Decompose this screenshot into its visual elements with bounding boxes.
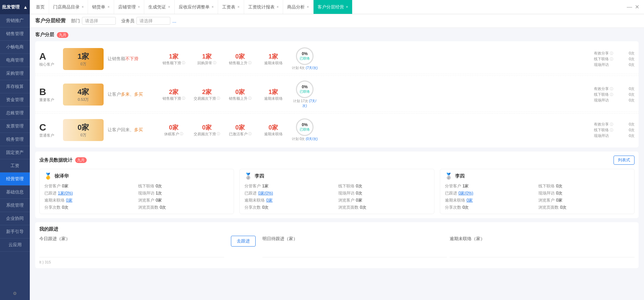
sidebar-item-经营管理[interactable]: 经营管理 bbox=[0, 172, 30, 186]
tier-stat: 0家 销售额上升 ⓘ bbox=[225, 52, 255, 66]
staff-stat-value[interactable]: 0家 bbox=[467, 198, 473, 203]
sidebar-item-销售管理[interactable]: 销售管理 bbox=[0, 27, 30, 41]
tab-close-icon[interactable]: × bbox=[82, 5, 84, 9]
sidebar-item-发票管理[interactable]: 发票管理 bbox=[0, 120, 30, 133]
sidebar-item-库存核算[interactable]: 库存核算 bbox=[0, 80, 30, 93]
window-minimize-icon[interactable]: — bbox=[627, 4, 632, 10]
sidebar-item-新手引导[interactable]: 新手引导 bbox=[0, 225, 30, 238]
tier-amount: 0万 bbox=[68, 62, 99, 67]
sidebar-item-小畅电商[interactable]: 小畅电商 bbox=[0, 41, 30, 54]
staff-stat-label: 已跟进 bbox=[244, 190, 257, 196]
tier-stat-label: 逾期未联络 bbox=[264, 96, 283, 101]
tab-店铺管理[interactable]: 店铺管理× bbox=[114, 0, 144, 14]
staff-stat-item: 浏览页面数0次 bbox=[338, 205, 429, 210]
tab-close-icon[interactable]: × bbox=[168, 5, 170, 9]
tier-stat: 1家 逾期未联络 bbox=[258, 88, 288, 101]
tab-工资表[interactable]: 工资表× bbox=[218, 0, 244, 14]
staff-stat-item: 逾期未联络0家 bbox=[445, 198, 536, 203]
staff-stat-label: 分享次数 bbox=[445, 205, 461, 210]
staff-stats-grid: 分管客户1家线下联络0次已跟进0家(0%)现场拜访0次逾期未联络0家浏览客户0家… bbox=[445, 183, 629, 210]
tier-stat-num: 0家 bbox=[235, 123, 245, 132]
sidebar-settings-icon[interactable]: ⚙ bbox=[0, 287, 30, 300]
sidebar-item-固定资产[interactable]: 固定资产 bbox=[0, 146, 30, 159]
staff-stats-grid: 分管客户0家线下联络0次已跟进1家(0%)现场拜访1次逾期未联络0家浏览客户0家… bbox=[44, 183, 229, 210]
staff-stat-item: 已跟进0家(0%) bbox=[445, 190, 536, 196]
staff-stat-value[interactable]: 0家(0%) bbox=[458, 190, 473, 196]
dept-label: 部门 bbox=[71, 18, 80, 24]
staff-stat-label: 已跟进 bbox=[445, 190, 457, 196]
sidebar-item-基础信息[interactable]: 基础信息 bbox=[0, 186, 30, 199]
tab-生成凭证[interactable]: 生成凭证× bbox=[144, 0, 174, 14]
tab-应收应付调整单[interactable]: 应收应付调整单× bbox=[175, 0, 218, 14]
tab-close-icon[interactable]: × bbox=[346, 5, 348, 9]
sidebar-item-采购管理[interactable]: 采购管理 bbox=[0, 67, 30, 80]
tab-商品分析[interactable]: 商品分析× bbox=[283, 0, 313, 14]
staff-stat-value: 0次 bbox=[556, 190, 562, 196]
sidebar-header: 批发管理 ▲ bbox=[0, 0, 30, 14]
tier-trapezoid: 0家 0万 bbox=[63, 119, 104, 141]
sidebar-item-资金管理[interactable]: 资金管理 bbox=[0, 93, 30, 107]
tab-工资统计报表[interactable]: 工资统计报表× bbox=[244, 0, 283, 14]
staff-card: 🥈李四分管客户1家线下联络0次已跟进0家(0%)现场拜访0次逾期未联络0家浏览客… bbox=[239, 169, 434, 214]
more-filters-icon[interactable]: ... bbox=[172, 18, 176, 24]
staff-stat-item: 线下联络0次 bbox=[538, 183, 629, 189]
sidebar-item-营销推广[interactable]: 营销推广 bbox=[0, 14, 30, 27]
sidebar-item-工资[interactable]: 工资 bbox=[0, 159, 30, 172]
tab-客户分层经营[interactable]: 客户分层经营× bbox=[314, 0, 352, 14]
content-header: 客户分层经营 部门 请选择 业务员 请选择 ... bbox=[30, 14, 644, 28]
overdue-label: 逾期未联络（家） bbox=[450, 236, 635, 242]
tier-stat-label: 销售额下滑 ⓘ bbox=[163, 61, 185, 66]
tab-首页[interactable]: 首页 bbox=[32, 0, 49, 14]
staff-stat-value: 0次 bbox=[556, 183, 562, 189]
tier-right-stat-row: 线下联络 ⓘ0次 bbox=[594, 128, 635, 133]
sidebar-item-系统管理[interactable]: 系统管理 bbox=[0, 199, 30, 212]
tab-close-icon[interactable]: × bbox=[307, 5, 309, 9]
tier-circle-block: 0% 已联络 计划 4次 (7天/次) bbox=[291, 47, 318, 70]
staff-stat-value[interactable]: 0家 bbox=[66, 198, 72, 203]
tab-close-icon[interactable]: × bbox=[277, 5, 279, 9]
tier-stat-label: 已激活客户 ⓘ bbox=[229, 132, 252, 137]
staff-stat-item: 线下联络0次 bbox=[138, 183, 229, 189]
staff-stat-item: 分管客户1家 bbox=[445, 183, 536, 189]
sidebar-item-企业协同[interactable]: 企业协同 bbox=[0, 212, 30, 225]
dept-select[interactable]: 请选择 bbox=[82, 17, 116, 25]
staff-stat-item: 浏览页面数0次 bbox=[538, 205, 629, 210]
staff-stat-item: 分享次数0次 bbox=[445, 205, 536, 210]
tab-close-icon[interactable]: × bbox=[138, 5, 140, 9]
tier-label-A: A核心客户 bbox=[39, 51, 63, 67]
tier-right-stat-row: 有效分享 ⓘ0次 bbox=[594, 122, 635, 127]
staff-stat-value: 0家 bbox=[356, 198, 362, 203]
goto-follow-btn-wrapper: 去跟进 bbox=[227, 236, 260, 247]
today-follow-col: 今日跟进（家） bbox=[39, 236, 224, 257]
tier-right-stat-row: 有效分享 ⓘ0次 bbox=[594, 86, 635, 91]
list-view-button[interactable]: 列表式 bbox=[614, 156, 635, 165]
tab-门店商品目录[interactable]: 门店商品目录× bbox=[49, 0, 88, 14]
goto-follow-button[interactable]: 去跟进 bbox=[231, 236, 256, 247]
tier-suggest: 让客户回来、多买 bbox=[108, 127, 152, 133]
tab-销货单[interactable]: 销货单× bbox=[88, 0, 114, 14]
tab-close-icon[interactable]: × bbox=[107, 5, 109, 9]
staff-stat-label: 逾期未联络 bbox=[44, 198, 65, 203]
tier-stat: 0家 已激活客户 ⓘ bbox=[225, 123, 255, 137]
sidebar-collapse-icon[interactable]: ▲ bbox=[23, 4, 28, 10]
staff-name: 徐泽华 bbox=[55, 173, 69, 179]
window-close-icon[interactable]: ✕ bbox=[635, 4, 639, 10]
staff-select[interactable]: 请选择 bbox=[136, 17, 170, 25]
tab-close-icon[interactable]: × bbox=[237, 5, 239, 9]
sidebar-item-税务管理[interactable]: 税务管理 bbox=[0, 133, 30, 146]
sidebar-item-云应用[interactable]: 云应用 bbox=[0, 238, 30, 252]
page-title: 客户分层经营 bbox=[35, 18, 66, 24]
staff-stat-value[interactable]: 0家(0%) bbox=[258, 190, 273, 196]
tab-close-icon[interactable]: × bbox=[212, 5, 214, 9]
tier-right-stats: 有效分享 ⓘ0次线下联络 ⓘ0次现场拜访 0次 bbox=[594, 86, 635, 103]
staff-stat-label: 分管客户 bbox=[44, 183, 61, 189]
tab-bar: 首页门店商品目录×销货单×店铺管理×生成凭证×应收应付调整单×工资表×工资统计报… bbox=[30, 0, 644, 14]
staff-stat-value[interactable]: 1家(0%) bbox=[58, 190, 73, 196]
staff-name: 李四 bbox=[455, 173, 465, 179]
sidebar-item-总账管理[interactable]: 总账管理 bbox=[0, 107, 30, 120]
tier-circle: 0% 已联络 bbox=[296, 47, 314, 65]
sidebar: 批发管理 ▲ 营销推广销售管理小畅电商电商管理采购管理库存核算资金管理总账管理发… bbox=[0, 0, 30, 300]
staff-stat-item: 浏览客户0家 bbox=[138, 198, 229, 203]
sidebar-item-电商管理[interactable]: 电商管理 bbox=[0, 54, 30, 67]
staff-stat-value[interactable]: 0家 bbox=[266, 198, 273, 203]
